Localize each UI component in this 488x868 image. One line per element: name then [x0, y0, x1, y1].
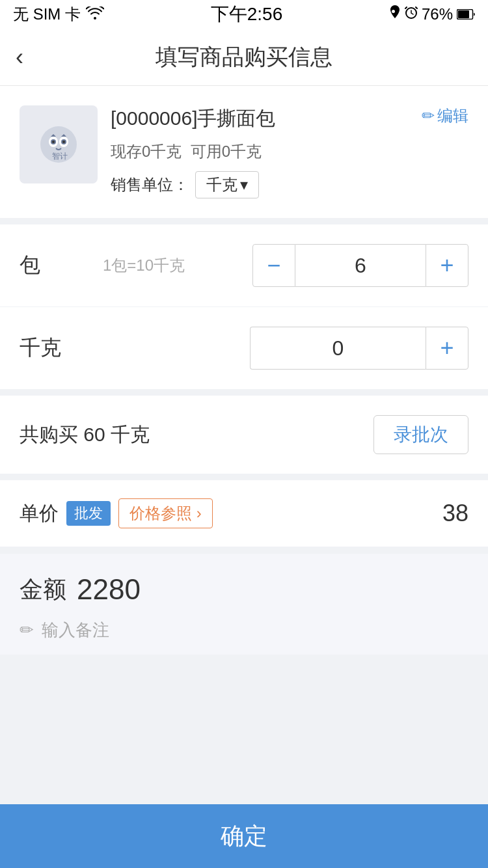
- product-image: 智计: [20, 105, 98, 183]
- quantity-row-kg: 千克 +: [0, 307, 488, 389]
- remark-row[interactable]: ✏ 输入备注: [20, 619, 468, 642]
- price-value: 38: [442, 500, 468, 527]
- quantity-row-bag: 包 1包=10千克 − +: [0, 224, 488, 307]
- qty-controls-kg: +: [250, 327, 468, 370]
- svg-point-9: [62, 141, 65, 143]
- price-row: 单价 批发 价格参照 › 38: [0, 480, 488, 547]
- batch-button[interactable]: 录批次: [373, 415, 468, 454]
- remark-placeholder: 输入备注: [42, 619, 109, 642]
- svg-point-8: [52, 141, 55, 143]
- chevron-down-icon: ▾: [240, 176, 248, 194]
- quantity-section: 包 1包=10千克 − + 千克 +: [0, 224, 488, 396]
- qty-plus-kg[interactable]: +: [426, 327, 468, 370]
- battery-text: 76%: [422, 5, 453, 23]
- alarm-icon: [405, 5, 418, 23]
- product-stock: 现存0千克 可用0千克: [111, 141, 403, 162]
- product-info: [0000006]手撕面包 现存0千克 可用0千克 销售单位： 千克 ▾: [111, 105, 403, 198]
- price-ref-button[interactable]: 价格参照 ›: [118, 498, 213, 528]
- svg-text:智计: 智计: [52, 152, 68, 161]
- total-section: 共购买 60 千克 录批次: [0, 396, 488, 480]
- status-right: 76%: [389, 5, 475, 23]
- back-button[interactable]: ‹: [16, 44, 23, 71]
- amount-label: 金额: [20, 574, 66, 606]
- edit-icon: ✏: [422, 107, 435, 125]
- price-tag: 批发: [66, 501, 111, 526]
- qty-sublabel-bag: 1包=10千克: [103, 255, 185, 276]
- price-label: 单价: [20, 500, 59, 527]
- page-title: 填写商品购买信息: [156, 42, 332, 72]
- total-text: 共购买 60 千克: [20, 422, 150, 448]
- edit-button[interactable]: ✏ 编辑: [422, 105, 468, 126]
- confirm-button[interactable]: 确定: [0, 804, 488, 868]
- battery-icon: [457, 5, 475, 23]
- product-name: [0000006]手撕面包: [111, 105, 403, 132]
- product-unit-row: 销售单位： 千克 ▾: [111, 171, 403, 198]
- nav-bar: ‹ 填写商品购买信息: [0, 29, 488, 86]
- qty-input-bag[interactable]: [295, 244, 426, 287]
- product-card: 智计 [0000006]手撕面包 现存0千克 可用0千克 销售单位： 千克 ▾ …: [0, 86, 488, 224]
- qty-input-kg[interactable]: [250, 327, 426, 370]
- product-actions: ✏ 编辑: [416, 105, 468, 126]
- qty-label-kg: 千克: [20, 334, 98, 362]
- status-time: 下午2:56: [211, 2, 283, 27]
- status-bar: 无 SIM 卡 下午2:56 76%: [0, 0, 488, 29]
- spacer: [0, 655, 488, 785]
- qty-label-bag: 包: [20, 251, 98, 280]
- sim-text: 无 SIM 卡: [13, 4, 81, 25]
- location-icon: [389, 5, 401, 23]
- wifi-icon: [86, 5, 104, 23]
- qty-plus-bag[interactable]: +: [426, 244, 468, 287]
- unit-select[interactable]: 千克 ▾: [195, 171, 259, 198]
- amount-section: 金额 2280 ✏ 输入备注: [0, 554, 488, 655]
- qty-controls-bag: − +: [252, 244, 468, 287]
- status-left: 无 SIM 卡: [13, 4, 104, 25]
- svg-rect-2: [458, 10, 469, 18]
- pencil-icon: ✏: [20, 620, 34, 640]
- amount-row: 金额 2280: [20, 573, 468, 606]
- qty-minus-bag[interactable]: −: [252, 244, 295, 287]
- amount-value: 2280: [77, 573, 141, 606]
- price-section: 单价 批发 价格参照 › 38: [0, 480, 488, 554]
